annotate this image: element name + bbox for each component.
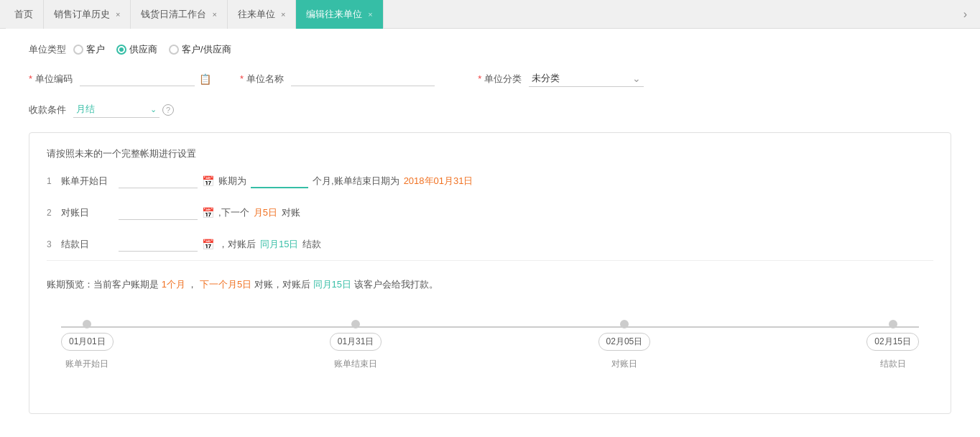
tab-home[interactable]: 首页 — [6, 0, 44, 29]
preview-text: 账期预览：当前客户账期是 1个月 ， 下一个月5日 对账，对账后 同月15日 该… — [47, 270, 933, 305]
timeline-dot-1 — [83, 320, 91, 328]
close-icon[interactable]: × — [368, 10, 372, 19]
payment-row: 收款条件 月结 ⌄ ? — [29, 101, 951, 118]
timeline-badge-3: 02月05日 — [598, 333, 651, 351]
timeline-dot-4 — [889, 320, 897, 328]
tab-partner-label: 往来单位 — [238, 8, 275, 21]
required-star: * — [29, 73, 32, 84]
main-content: 单位类型 客户 供应商 客户/供应商 * 单位编码 00000 — [0, 29, 980, 437]
period-value-input[interactable]: 1 — [251, 173, 308, 188]
close-icon[interactable]: × — [212, 10, 216, 19]
chevron-down-icon: ⌄ — [150, 105, 157, 114]
timeline-badge-1: 01月01日 — [61, 333, 114, 351]
radio-both-circle — [169, 45, 179, 55]
reconcile-desc-pre: ,下一个 — [218, 206, 249, 219]
timeline-point-2: 01月31日 账单结束日 — [330, 320, 382, 370]
tab-sales-history[interactable]: 销售订单历史 × — [44, 0, 131, 29]
copy-icon[interactable]: 📋 — [199, 73, 211, 85]
row-num-2: 2 — [47, 208, 61, 218]
calendar-icon[interactable]: 📅 — [202, 175, 214, 187]
preview-mid2: 对账，对账后 — [254, 279, 310, 290]
payment-desc-pre: ，对账后 — [218, 238, 256, 251]
unit-class-select[interactable]: 未分类 ⌄ — [529, 70, 644, 87]
tab-expand-button[interactable]: › — [956, 8, 974, 21]
reconcile-date-input[interactable]: 2018-02-05 — [119, 206, 198, 220]
unit-info-row: * 单位编码 000001 📋 * 单位名称 河南供应商22 * 单位分类 未分… — [29, 70, 951, 87]
timeline-point-3: 02月05日 对账日 — [598, 320, 651, 370]
radio-customer-circle — [73, 45, 83, 55]
radio-supplier-label: 供应商 — [129, 43, 157, 56]
required-star: * — [240, 73, 244, 84]
unit-code-field: * 单位编码 000001 📋 — [29, 72, 211, 86]
tab-cash-work[interactable]: 钱货日清工作台 × — [131, 0, 227, 29]
timeline-label-4: 结款日 — [880, 358, 906, 370]
preview-part2: 下一个月5日 — [200, 279, 251, 290]
radio-customer[interactable]: 客户 — [73, 43, 105, 56]
row-label-payment: 结款日 — [61, 238, 119, 251]
tab-cash-work-label: 钱货日清工作台 — [141, 8, 206, 21]
reconcile-highlight: 月5日 — [254, 206, 277, 219]
unit-name-field: * 单位名称 河南供应商22 — [240, 72, 435, 86]
payment-value: 月结 — [76, 103, 147, 116]
radio-both[interactable]: 客户/供应商 — [169, 43, 231, 56]
calendar-icon[interactable]: 📅 — [202, 207, 214, 218]
timeline-label-1: 账单开始日 — [65, 358, 108, 370]
preview-part3: 同月15日 — [313, 279, 351, 290]
row-num-3: 3 — [47, 239, 61, 249]
payment-date-input[interactable]: 2018-02-15 — [119, 237, 198, 252]
unit-name-input[interactable]: 河南供应商22 — [291, 72, 435, 86]
row-label-start: 账单开始日 — [61, 175, 119, 188]
required-star: * — [478, 73, 481, 84]
timeline-dot-2 — [351, 320, 360, 328]
tab-edit-partner[interactable]: 编辑往来单位 × — [296, 0, 383, 29]
preview-mid1: ， — [188, 279, 197, 290]
start-date-input[interactable]: 2018-01-01 — [119, 174, 198, 188]
timeline-point-4: 02月15日 结款日 — [866, 320, 919, 370]
timeline-label-3: 对账日 — [611, 358, 637, 370]
timeline-points: 01月01日 账单开始日 01月31日 账单结束日 02月05日 对账日 — [61, 320, 919, 370]
period-unit: 个月,账单结束日期为 — [313, 175, 399, 188]
preview-part1: 1个月 — [162, 279, 185, 290]
row-label-reconcile: 对账日 — [61, 206, 119, 219]
radio-supplier[interactable]: 供应商 — [116, 43, 157, 56]
timeline-point-1: 01月01日 账单开始日 — [61, 320, 114, 370]
tab-partner[interactable]: 往来单位 × — [228, 0, 296, 29]
radio-customer-label: 客户 — [86, 43, 105, 56]
help-icon[interactable]: ? — [162, 104, 174, 116]
unit-code-label: 单位编码 — [35, 73, 73, 86]
tab-sales-history-label: 销售订单历史 — [54, 8, 110, 21]
row-num-1: 1 — [47, 176, 61, 186]
preview-end: 该客户会给我打款。 — [354, 279, 438, 290]
unit-class-field: * 单位分类 未分类 ⌄ — [478, 70, 644, 87]
chevron-down-icon: ⌄ — [632, 73, 641, 84]
timeline-badge-2: 01月31日 — [330, 333, 382, 351]
unit-name-label: 单位名称 — [246, 73, 284, 86]
payment-label: 收款条件 — [29, 104, 66, 116]
timeline-dot-3 — [620, 320, 629, 328]
preview-label: 账期预览：当前客户账期是 — [47, 279, 159, 290]
radio-both-label: 客户/供应商 — [182, 43, 231, 56]
unit-code-input[interactable]: 000001 — [80, 72, 195, 86]
timeline: 01月01日 账单开始日 01月31日 账单结束日 02月05日 对账日 — [47, 305, 933, 399]
calendar-icon[interactable]: 📅 — [202, 239, 214, 250]
row-payment-date: 3 结款日 2018-02-15 📅 ，对账后 同月15日 结款 — [47, 237, 933, 252]
unit-type-field: 单位类型 客户 供应商 客户/供应商 — [29, 43, 231, 56]
timeline-badge-4: 02月15日 — [866, 333, 919, 351]
unit-type-row: 单位类型 客户 供应商 客户/供应商 — [29, 43, 951, 56]
payment-select[interactable]: 月结 ⌄ — [73, 101, 160, 118]
row-reconcile-date: 2 对账日 2018-02-05 📅 ,下一个 月5日 对账 — [47, 206, 933, 220]
payment-desc-post: 结款 — [302, 238, 321, 251]
payment-field: 收款条件 月结 ⌄ ? — [29, 101, 174, 118]
unit-type-label: 单位类型 — [29, 43, 66, 56]
unit-class-label: 单位分类 — [484, 73, 522, 86]
close-icon[interactable]: × — [116, 10, 120, 19]
tab-bar: 首页 销售订单历史 × 钱货日清工作台 × 往来单位 × 编辑往来单位 × › — [0, 0, 980, 29]
period-label: 账期为 — [218, 175, 246, 188]
payment-highlight: 同月15日 — [260, 238, 298, 251]
period-end-date: 2018年01月31日 — [404, 175, 473, 188]
close-icon[interactable]: × — [281, 10, 285, 19]
reconcile-desc-post: 对账 — [282, 206, 300, 219]
timeline-label-2: 账单结束日 — [334, 358, 377, 370]
tab-edit-partner-label: 编辑往来单位 — [306, 8, 362, 21]
unit-class-value: 未分类 — [532, 72, 632, 85]
